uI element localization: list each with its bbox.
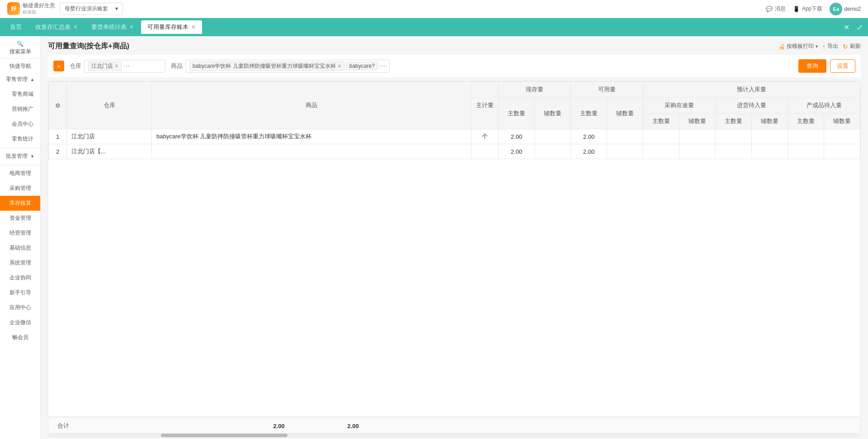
tab-receipt-summary[interactable]: 收发存汇总表 ✕ (29, 20, 84, 34)
sidebar-newcomer-label: 新手引导 (9, 289, 31, 297)
cell-purchase-main (643, 129, 679, 144)
print-dropdown-icon: ▾ (816, 44, 818, 49)
sidebar-item-retail-mgmt[interactable]: 零售管理 (0, 72, 40, 87)
avatar: Ea (830, 3, 842, 15)
sidebar-member-label: 畅会员 (12, 334, 28, 341)
warehouse-tag-close-icon[interactable]: ✕ (114, 63, 118, 69)
th-incoming-sub: 辅数量 (752, 113, 788, 129)
industry-selector[interactable]: 母婴行业演示账套 ▾ (60, 3, 123, 15)
goods-tag-1-close-icon[interactable]: ✕ (337, 63, 341, 69)
sidebar-quick-nav[interactable]: 快捷导航 (0, 59, 40, 72)
message-icon: 💬 (766, 5, 773, 13)
cell-produced-main (788, 129, 824, 144)
table-container[interactable]: ⚙ 仓库 商品 主计量 现存量 可用量 预计入库量 主数量 辅数量 主数量 辅数… (48, 81, 861, 417)
tab-order-close-icon[interactable]: ✕ (129, 24, 134, 30)
sidebar-marketing-label: 营销推广 (12, 105, 33, 113)
table-row: 2 江北门店【... 2.00 2.00 (49, 144, 860, 159)
sidebar-item-finance[interactable]: 资金管理 (0, 211, 40, 226)
avatar-text: Ea (833, 6, 839, 12)
settings-icon: ⚙ (55, 102, 61, 109)
th-avail-main: 主数量 (571, 98, 607, 129)
sidebar-divider-1 (0, 147, 40, 148)
sidebar-item-enterprise[interactable]: 企业协同 (0, 270, 40, 285)
setting-button[interactable]: 设置 (830, 59, 855, 73)
sidebar-item-operations[interactable]: 经营管理 (0, 226, 40, 241)
goods-tag-2-text: babycare? (349, 63, 375, 69)
logo-sub: 标准版 (23, 9, 55, 15)
warehouse-filter-label: 仓库 (70, 62, 81, 70)
page-title: 可用量查询(按仓库+商品) (48, 42, 129, 51)
cell-avail-main: 2.00 (571, 129, 607, 144)
sidebar-search-label: 搜索菜单 (9, 48, 31, 56)
sidebar-item-app-center[interactable]: 应用中心 (0, 300, 40, 315)
scroll-thumb[interactable] (161, 434, 288, 437)
footer-total-label: 合计 (53, 422, 143, 430)
toggle-icon: » (57, 62, 61, 70)
th-produced-sub: 辅数量 (824, 113, 860, 129)
goods-filter-input[interactable]: babycare学饮杯 儿童防摔防撞吸管杯重力球吸嘴杯宝宝水杯 ✕ babyca… (185, 60, 390, 73)
close-all-tabs-button[interactable]: ✕ (842, 22, 851, 33)
search-icon: 🔍 (17, 41, 24, 47)
top-header: 好 畅捷通好生意 标准版 母婴行业演示账套 ▾ 💬 消息 📱 App下载 Ea … (0, 0, 868, 18)
tab-available-close-icon[interactable]: ✕ (191, 24, 196, 30)
cell-produced-main (788, 144, 824, 159)
refresh-button[interactable]: ↻ 刷新 (843, 42, 861, 50)
cell-avail-sub (607, 129, 643, 144)
tab-receipt-close-icon[interactable]: ✕ (73, 24, 78, 30)
logo-icon: 好 (7, 2, 20, 15)
sidebar-purchase-label: 采购管理 (9, 184, 31, 192)
sidebar-item-retail-mall[interactable]: 零售商城 (0, 87, 40, 102)
expand-button[interactable]: ⤢ (855, 22, 864, 33)
sidebar-system-label: 系统管理 (9, 259, 31, 267)
sidebar-item-ecommerce[interactable]: 电商管理 (0, 166, 40, 181)
sidebar-item-system[interactable]: 系统管理 (0, 255, 40, 270)
main-layout: 🔍 搜索菜单 快捷导航 零售管理 零售商城 营销推广 会员中心 零售统计 批发管… (0, 36, 868, 439)
sidebar-item-wechat[interactable]: 企业微信 (0, 315, 40, 330)
footer-total-row: 合计 2.00 2.00 (48, 419, 860, 433)
print-label: 按模板打印 (787, 42, 814, 50)
app-download-action[interactable]: 📱 App下载 (793, 5, 822, 13)
cell-goods (152, 144, 472, 159)
cell-incoming-sub (752, 144, 788, 159)
th-settings[interactable]: ⚙ (49, 82, 67, 129)
print-button[interactable]: 🖨 按模板打印 ▾ (778, 42, 818, 50)
cell-num: 2 (49, 144, 67, 159)
warehouse-filter-input[interactable]: 江北门店 ✕ ··· (84, 60, 165, 73)
filter-toggle-button[interactable]: » (53, 61, 64, 71)
th-produced: 产成品待入量 (788, 98, 860, 113)
sidebar-item-retail-stats[interactable]: 零售统计 (0, 132, 40, 146)
horizontal-scrollbar[interactable] (48, 434, 861, 437)
sidebar-search[interactable]: 🔍 搜索菜单 (0, 36, 40, 59)
logo-text-block: 畅捷通好生意 标准版 (23, 2, 55, 15)
sidebar-item-newcomer[interactable]: 新手引导 (0, 285, 40, 300)
warehouse-tag-text: 江北门店 (91, 62, 113, 70)
print-icon: 🖨 (778, 43, 785, 50)
sidebar-item-member[interactable]: 畅会员 (0, 330, 40, 345)
th-purchase-sub: 辅数量 (679, 113, 716, 129)
sidebar-item-wholesale[interactable]: 批发管理 (0, 149, 40, 164)
sidebar-item-base-info[interactable]: 基础信息 (0, 241, 40, 255)
sidebar-wechat-label: 企业微信 (9, 319, 31, 326)
warehouse-tag: 江北门店 ✕ (88, 61, 122, 71)
sidebar-item-purchase[interactable]: 采购管理 (0, 181, 40, 196)
cell-purchase-sub (679, 129, 716, 144)
goods-filter-more-icon[interactable]: ··· (380, 62, 386, 70)
table-footer: 合计 2.00 2.00 (48, 419, 861, 434)
sidebar-retail-mall-label: 零售商城 (12, 90, 33, 98)
export-button[interactable]: ↑ 导出 (822, 42, 838, 50)
tab-order-stats[interactable]: 要货单统计表 ✕ (85, 20, 140, 34)
cell-incoming-sub (752, 129, 788, 144)
sidebar-item-inventory[interactable]: 库存核算 (0, 196, 40, 211)
user-area[interactable]: Ea demo2 (830, 3, 861, 15)
sidebar: 🔍 搜索菜单 快捷导航 零售管理 零售商城 营销推广 会员中心 零售统计 批发管… (0, 36, 41, 439)
cell-num: 1 (49, 129, 67, 144)
messages-action[interactable]: 💬 消息 (766, 5, 786, 13)
th-stock-main: 主数量 (499, 98, 535, 129)
query-button[interactable]: 查询 (798, 59, 826, 73)
tab-available-stock[interactable]: 可用量库存账本 ✕ (141, 20, 202, 34)
tab-home[interactable]: 首页 (4, 20, 28, 34)
export-label: 导出 (827, 42, 838, 50)
sidebar-item-members[interactable]: 会员中心 (0, 117, 40, 132)
sidebar-item-marketing[interactable]: 营销推广 (0, 102, 40, 117)
warehouse-filter-more-icon[interactable]: ··· (123, 62, 129, 70)
